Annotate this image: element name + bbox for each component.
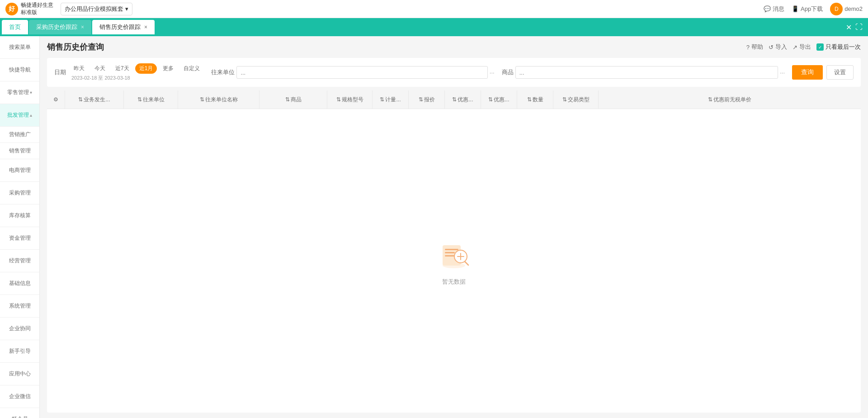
sidebar-item-marketing[interactable]: 营销推广 <box>0 127 39 143</box>
date-label: 日期 <box>54 68 66 76</box>
date-btn-more[interactable]: 更多 <box>159 63 178 74</box>
svg-line-8 <box>465 261 468 265</box>
sidebar-item-member[interactable]: 畅会员 <box>0 408 39 418</box>
last-only-checkbox-wrap[interactable]: ✓ 只看最后一次 <box>816 43 861 51</box>
th-qty[interactable]: ⇅ 数量 <box>517 90 553 109</box>
unit-input[interactable] <box>236 66 487 79</box>
query-button[interactable]: 查询 <box>792 65 823 80</box>
sort-icon: ⇅ <box>200 96 204 103</box>
sidebar-item-shortcuts[interactable]: 快捷导航 <box>0 59 39 81</box>
sort-icon: ⇅ <box>562 96 567 103</box>
th-unit-name[interactable]: ⇅ 往来单位名称 <box>178 90 259 109</box>
tab-home[interactable]: 首页 <box>2 20 28 34</box>
last-only-checkbox[interactable]: ✓ <box>816 43 824 51</box>
date-btn-custom[interactable]: 自定义 <box>179 63 204 74</box>
page-title: 销售历史价查询 <box>47 42 104 52</box>
product-input[interactable] <box>515 66 778 79</box>
sort-icon: ⇅ <box>452 96 457 103</box>
th-gear[interactable]: ⚙ <box>47 90 65 109</box>
th-trade-type[interactable]: ⇅ 交易类型 <box>553 90 599 109</box>
filter-actions: 查询 设置 <box>792 65 854 80</box>
th-unit-id[interactable]: ⇅ 往来单位 <box>124 90 178 109</box>
empty-text: 暂无数据 <box>442 278 466 286</box>
import-icon: ↺ <box>769 44 774 51</box>
date-filter-group: 日期 昨天 今天 近7天 近1月 更多 自定义 2023-02-18 至 202… <box>54 63 204 81</box>
top-bar: 好 畅捷通好生意 标准版 办公用品行业模拟账套 ▾ 💬 消息 📱 App下载 D… <box>0 0 868 18</box>
chevron-down-icon: ▾ <box>30 90 32 95</box>
sidebar-item-wechat[interactable]: 企业微信 <box>0 385 39 408</box>
product-more-icon[interactable]: ··· <box>780 69 785 76</box>
tab-close-purchase[interactable]: × <box>81 24 84 30</box>
sidebar: 搜索菜单 快捷导航 零售管理 ▾ 批发管理 ▴ 营销推广 销售管理 电商管理 采… <box>0 36 40 418</box>
th-discount1[interactable]: ⇅ 优惠... <box>445 90 481 109</box>
account-dropdown[interactable]: 办公用品行业模拟账套 ▾ <box>61 3 132 15</box>
sort-icon: ⇅ <box>78 96 83 103</box>
sidebar-item-ecommerce[interactable]: 电商管理 <box>0 159 39 182</box>
sidebar-item-retail[interactable]: 零售管理 ▾ <box>0 81 39 104</box>
message-icon: 💬 <box>764 5 771 12</box>
th-calc[interactable]: ⇅ 计量... <box>373 90 409 109</box>
sidebar-item-finance[interactable]: 资金管理 <box>0 227 39 250</box>
sidebar-item-guide[interactable]: 新手引导 <box>0 340 39 363</box>
logo-area: 好 畅捷通好生意 标准版 <box>5 2 53 16</box>
date-btn-today[interactable]: 今天 <box>90 63 109 74</box>
sidebar-item-system[interactable]: 系统管理 <box>0 295 39 318</box>
user-menu[interactable]: D demo2 <box>830 3 863 15</box>
sort-icon: ⇅ <box>336 96 341 103</box>
settings-button[interactable]: 设置 <box>826 65 854 80</box>
th-no-tax-price[interactable]: ⇅ 优惠前无税单价 <box>599 90 861 109</box>
th-price[interactable]: ⇅ 报价 <box>409 90 445 109</box>
help-icon: ? <box>746 44 750 51</box>
close-all-tabs-icon[interactable]: ✕ <box>846 23 852 32</box>
date-btn-yesterday[interactable]: 昨天 <box>70 63 89 74</box>
sidebar-item-wholesale[interactable]: 批发管理 ▴ <box>0 104 39 127</box>
avatar: D <box>830 3 843 15</box>
tab-purchase-history[interactable]: 采购历史价跟踪 × <box>29 20 91 34</box>
date-btn-1month[interactable]: 近1月 <box>135 63 157 74</box>
sidebar-item-operations[interactable]: 经营管理 <box>0 250 39 272</box>
sidebar-item-cooperation[interactable]: 企业协同 <box>0 318 39 340</box>
message-button[interactable]: 💬 消息 <box>764 5 784 13</box>
logo-icon: 好 <box>5 3 18 15</box>
sidebar-item-search[interactable]: 搜索菜单 <box>0 36 39 59</box>
tab-bar: 首页 采购历史价跟踪 × 销售历史价跟踪 × ✕ ⛶ <box>0 18 868 36</box>
tab-close-sales[interactable]: × <box>144 24 147 30</box>
filter-bar: 日期 昨天 今天 近7天 近1月 更多 自定义 2023-02-18 至 202… <box>47 58 861 87</box>
app-icon: 📱 <box>792 5 799 12</box>
th-spec[interactable]: ⇅ 规格型号 <box>327 90 373 109</box>
product-label: 商品 <box>502 68 514 76</box>
page-actions: ? 帮助 ↺ 导入 ↗ 导出 ✓ 只看最后一次 <box>746 43 861 51</box>
logo-text: 畅捷通好生意 标准版 <box>21 2 53 16</box>
content-area: 销售历史价查询 ? 帮助 ↺ 导入 ↗ 导出 ✓ <box>40 36 868 418</box>
chevron-down-icon: ▾ <box>125 5 128 12</box>
date-shortcuts: 昨天 今天 近7天 近1月 更多 自定义 2023-02-18 至 2023-0… <box>70 63 204 81</box>
empty-state: 暂无数据 <box>47 109 861 413</box>
sort-icon: ⇅ <box>380 96 384 103</box>
fullscreen-icon[interactable]: ⛶ <box>855 23 863 31</box>
sidebar-item-inventory[interactable]: 库存核算 <box>0 204 39 227</box>
sidebar-item-basic-info[interactable]: 基础信息 <box>0 272 39 295</box>
svg-rect-2 <box>445 249 458 250</box>
th-discount2[interactable]: ⇅ 优惠... <box>481 90 517 109</box>
import-button[interactable]: ↺ 导入 <box>769 43 787 51</box>
sort-icon: ⇅ <box>527 96 532 103</box>
sidebar-item-purchase[interactable]: 采购管理 <box>0 182 39 204</box>
unit-filter-group: 往来单位 ··· <box>211 66 494 79</box>
th-product[interactable]: ⇅ 商品 <box>259 90 327 109</box>
sort-icon: ⇅ <box>419 96 423 103</box>
export-icon: ↗ <box>793 44 797 51</box>
help-button[interactable]: ? 帮助 <box>746 43 763 51</box>
gear-icon: ⚙ <box>53 96 58 103</box>
sidebar-item-sales-mgmt[interactable]: 销售管理 <box>0 143 39 159</box>
export-button[interactable]: ↗ 导出 <box>793 43 811 51</box>
unit-more-icon[interactable]: ··· <box>490 69 495 76</box>
main-layout: 搜索菜单 快捷导航 零售管理 ▾ 批发管理 ▴ 营销推广 销售管理 电商管理 采… <box>0 36 868 418</box>
date-btn-7days[interactable]: 近7天 <box>111 63 133 74</box>
tab-sales-history[interactable]: 销售历史价跟踪 × <box>92 20 155 34</box>
th-date[interactable]: ⇅ 业务发生... <box>65 90 124 109</box>
svg-rect-3 <box>445 252 455 253</box>
product-filter-group: 商品 ··· <box>502 66 785 79</box>
table-container: ⚙ ⇅ 业务发生... ⇅ 往来单位 ⇅ 往来单位名称 <box>47 90 861 413</box>
sidebar-item-app-center[interactable]: 应用中心 <box>0 363 39 385</box>
app-download-button[interactable]: 📱 App下载 <box>792 5 823 13</box>
